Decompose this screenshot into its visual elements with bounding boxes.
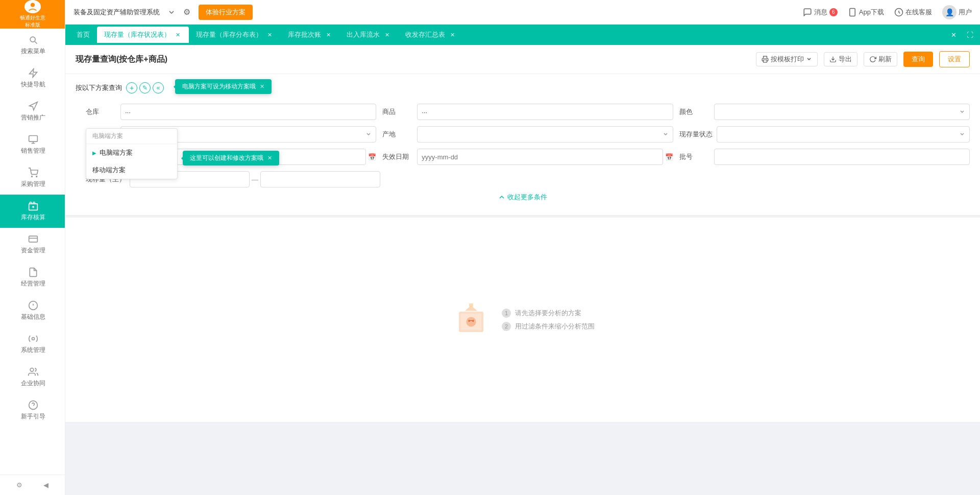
settings-button[interactable]: 设置 — [939, 51, 970, 67]
refresh-label: 刷新 — [878, 55, 892, 64]
tip-num-2: 2 — [502, 322, 511, 331]
collapse-icon — [498, 194, 505, 201]
add-scheme-button[interactable]: + — [126, 82, 137, 93]
filter-tooltip-1: 电脑方案可设为移动方案哦 ✕ — [175, 79, 272, 94]
sidebar-item-search[interactable]: 搜索菜单 — [0, 29, 65, 62]
user-group[interactable]: 👤 用户 — [942, 5, 972, 19]
dropdown-icon[interactable] — [168, 9, 175, 16]
scheme-item-desktop[interactable]: ▶ 电脑端方案 — [86, 144, 177, 161]
back-scheme-button[interactable]: « — [153, 82, 164, 93]
user-label: 用户 — [959, 8, 972, 17]
sidebar-item-inventory[interactable]: 库存核算 — [0, 195, 65, 228]
edit-scheme-button[interactable]: ✎ — [139, 82, 151, 93]
batch-input[interactable] — [714, 149, 970, 165]
tooltip-text: 这里可以创建和修改方案哦 — [190, 154, 263, 162]
sidebar-item-sales[interactable]: 销售管理 — [0, 128, 65, 161]
content-area: 现存量查询(按仓库+商品) 按模板打印 导出 刷新 查询 设置 — [65, 45, 980, 495]
tab-batch-ledger[interactable]: 库存批次账 ✕ — [281, 27, 339, 43]
sidebar-label: 库存核算 — [21, 213, 45, 222]
phone-icon — [848, 8, 857, 17]
print-button[interactable]: 按模板打印 — [756, 52, 818, 66]
sidebar-item-finance[interactable]: 资金管理 — [0, 228, 65, 261]
scheme-item-label: 电脑端方案 — [100, 148, 133, 157]
messages-group[interactable]: 消息 6 — [803, 8, 838, 17]
svg-point-30 — [472, 320, 474, 321]
tab-label: 库存批次账 — [288, 30, 321, 39]
color-label: 颜色 — [679, 107, 710, 116]
color-select[interactable] — [714, 104, 970, 120]
sidebar-label: 资金管理 — [21, 246, 45, 255]
sidebar-item-purchase[interactable]: 采购管理 — [0, 161, 65, 195]
expiry-date-input[interactable] — [417, 149, 663, 165]
warehouse-select[interactable]: ··· — [120, 104, 376, 120]
main-content: 装备及固定资产辅助管理系统 ⚙ 体验行业方案 消息 6 App下载 在线客服 👤… — [65, 0, 980, 495]
search-button[interactable]: 查询 — [903, 52, 933, 67]
sidebar-item-marketing[interactable]: 营销推广 — [0, 95, 65, 128]
scheme-tooltip-2: 这里可以创建和修改方案哦 ✕ — [183, 151, 279, 166]
filter-row-4: 现存量（主） — — [86, 171, 970, 187]
filter-row-2: 尺码 产地 现存量状态 — [86, 126, 970, 143]
sidebar-item-system[interactable]: 系统管理 — [0, 327, 65, 361]
filter-rows: 仓库 ··· 商品 ··· 颜色 — [86, 104, 970, 187]
size-dropdown-icon — [365, 131, 372, 137]
print-dropdown-icon — [806, 56, 812, 62]
collapse-conditions[interactable]: 收起更多条件 — [76, 187, 970, 207]
stock-status-select[interactable] — [717, 126, 970, 143]
svg-rect-24 — [764, 60, 767, 62]
sidebar-label: 企业协同 — [21, 379, 45, 388]
expiry-date-calendar-icon[interactable]: 📅 — [665, 153, 673, 161]
tab-home[interactable]: 首页 — [69, 27, 97, 43]
sidebar-item-operations[interactable]: 经营管理 — [0, 261, 65, 294]
scheme-item-mobile[interactable]: 移动端方案 — [86, 161, 177, 179]
tab-label: 收发存汇总表 — [405, 30, 445, 39]
svg-point-29 — [468, 320, 470, 321]
tab-inventory-status[interactable]: 现存量（库存状况表） ✕ — [97, 27, 189, 43]
filter-expiry-date: 失效日期 📅 — [382, 149, 673, 165]
sidebar-item-enterprise[interactable]: 企业协同 — [0, 361, 65, 394]
sidebar-label: 销售管理 — [21, 147, 45, 155]
origin-select[interactable] — [417, 126, 673, 143]
empty-tips: 1 请先选择要分析的方案 2 用过滤条件来缩小分析范围 — [502, 309, 595, 331]
filter-row-1: 仓库 ··· 商品 ··· 颜色 — [86, 104, 970, 120]
tab-close-icon[interactable]: ✕ — [448, 31, 456, 39]
user-avatar: 👤 — [942, 5, 957, 19]
data-area: 1 请先选择要分析的方案 2 用过滤条件来缩小分析范围 — [65, 218, 980, 422]
stock-qty-to[interactable] — [260, 171, 380, 187]
warehouse-label: 仓库 — [86, 107, 116, 116]
tab-close-icon[interactable]: ✕ — [265, 31, 274, 39]
headset-icon — [894, 8, 903, 17]
print-icon — [762, 56, 769, 63]
settings-icon[interactable]: ⚙ — [16, 481, 22, 489]
tab-inventory-dist[interactable]: 现存量（库存分布表） ✕ — [189, 27, 281, 43]
tooltip-close-icon[interactable]: ✕ — [260, 83, 264, 90]
tab-close-icon[interactable]: ✕ — [383, 31, 391, 39]
app-download-group[interactable]: App下载 — [848, 8, 884, 17]
online-support-group[interactable]: 在线客服 — [894, 8, 932, 17]
tab-bar: 首页 现存量（库存状况表） ✕ 现存量（库存分布表） ✕ 库存批次账 ✕ 出入库… — [65, 25, 980, 45]
collapse-icon[interactable]: ◀ — [43, 481, 48, 489]
tab-in-out-flow[interactable]: 出入库流水 ✕ — [339, 27, 398, 43]
tab-fullscreen-icon[interactable]: ⛶ — [964, 29, 976, 41]
settings-gear-icon[interactable]: ⚙ — [183, 7, 190, 17]
export-button[interactable]: 导出 — [824, 52, 857, 66]
production-date-calendar-icon[interactable]: 📅 — [368, 153, 376, 161]
tab-close-icon[interactable]: ✕ — [174, 31, 182, 39]
refresh-button[interactable]: 刷新 — [864, 52, 897, 66]
tooltip-close-icon[interactable]: ✕ — [267, 155, 272, 161]
tab-close-icon[interactable]: ✕ — [324, 31, 332, 39]
logo-icon — [24, 0, 41, 13]
goods-dots: ··· — [422, 108, 427, 116]
app-logo: 畅通好生意 标准版 — [0, 0, 65, 29]
svg-point-18 — [30, 368, 34, 372]
stock-status-dropdown-icon — [959, 131, 965, 137]
tab-close-all-icon[interactable]: ✕ — [947, 29, 960, 41]
sidebar-item-basic-info[interactable]: 基础信息 — [0, 294, 65, 327]
scheme-triangle-icon: ▶ — [92, 150, 96, 156]
sidebar-item-quicknav[interactable]: 快捷导航 — [0, 62, 65, 95]
batch-label: 批号 — [679, 152, 710, 161]
logo-sub: 标准版 — [25, 21, 40, 29]
tab-summary[interactable]: 收发存汇总表 ✕ — [398, 27, 463, 43]
goods-select[interactable]: ··· — [417, 104, 673, 120]
sidebar-item-guide[interactable]: 新手引导 — [0, 394, 65, 427]
trial-button[interactable]: 体验行业方案 — [199, 5, 253, 20]
